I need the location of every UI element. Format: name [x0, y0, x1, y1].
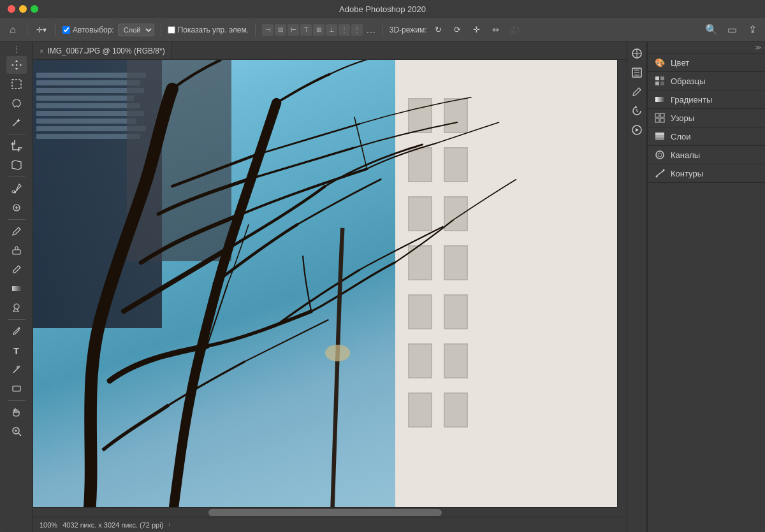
svg-point-27 [658, 153, 662, 157]
tab-filename: IMG_0067.JPG @ 100% (RGB/8*) [47, 47, 164, 55]
align-middle-icon[interactable]: ⊞ [313, 24, 324, 36]
brush-panel-icon[interactable] [629, 84, 645, 99]
svg-rect-25 [655, 133, 664, 135]
eyedropper-tool[interactable] [6, 180, 27, 198]
vertical-scrollbar[interactable] [617, 60, 627, 507]
align-left-icon[interactable]: ⊣ [262, 24, 273, 36]
threed-label: 3D-режим: [390, 25, 427, 34]
minimize-button[interactable] [19, 5, 27, 13]
align-center-h-icon[interactable]: ⊟ [275, 24, 286, 36]
svg-rect-8 [13, 386, 20, 391]
status-bar: 100% 4032 пикс. x 3024 пикс. (72 ppi) › [33, 517, 627, 532]
svg-rect-21 [655, 119, 659, 122]
threed-move-icon[interactable]: ✛ [469, 22, 484, 38]
document-tab[interactable]: × IMG_0067.JPG @ 100% (RGB/8*) [33, 42, 172, 59]
svg-rect-17 [660, 82, 664, 85]
dodge-tool[interactable] [6, 299, 27, 317]
swatches-panel-header[interactable]: Образцы [648, 72, 765, 90]
show-elements-label: Показать упр. элем. [178, 25, 249, 34]
threed-rotate-icon[interactable]: ↻ [431, 22, 446, 38]
mid-icon-strip [627, 42, 647, 532]
search-icon[interactable]: 🔍 [704, 22, 719, 38]
crop-tool[interactable] [6, 137, 27, 155]
svg-rect-14 [655, 76, 659, 80]
svg-rect-15 [660, 76, 664, 80]
hand-tool[interactable] [6, 403, 27, 421]
app-title: Adobe Photoshop 2020 [339, 4, 426, 14]
svg-point-26 [656, 151, 664, 159]
autoselect-dropdown[interactable]: Слой [118, 24, 154, 36]
show-elements-checkbox[interactable]: Показать упр. элем. [168, 25, 249, 34]
color-panel-icon[interactable] [629, 46, 645, 61]
scrollbar-thumb[interactable] [208, 509, 442, 516]
horizontal-scrollbar[interactable] [33, 507, 617, 517]
gradients-panel-label: Градиенты [671, 95, 712, 104]
gradient-tool[interactable] [6, 280, 27, 298]
gradients-panel-section: Градиенты [648, 90, 765, 109]
svg-rect-19 [655, 113, 659, 117]
tools-collapse-icon[interactable]: ⋮ [13, 45, 20, 54]
color-panel-icon-header: 🎨 [654, 57, 666, 68]
distribute-center-icon[interactable]: ⋮ [351, 24, 363, 36]
svg-rect-16 [655, 82, 659, 85]
layers-panel-label: Слои [671, 132, 691, 141]
svg-rect-22 [660, 119, 664, 122]
tool-sep-4 [8, 319, 26, 320]
share-icon[interactable]: ⇪ [745, 22, 760, 38]
marquee-tool[interactable] [6, 75, 27, 93]
swatches-panel-icon-header [654, 75, 666, 87]
arrange-icon[interactable]: ▭ [724, 22, 740, 38]
align-bottom-icon[interactable]: ⊥ [326, 24, 337, 36]
threed-tool-icon[interactable]: ⟳ [450, 22, 465, 38]
pen-tool[interactable] [6, 322, 27, 340]
text-tool-label: T [13, 345, 19, 356]
patterns-panel-header[interactable]: Узоры [648, 109, 765, 127]
history-panel-icon[interactable] [629, 103, 645, 119]
toolbar-sep-1 [27, 24, 27, 36]
channels-panel-label: Каналы [671, 150, 700, 160]
move-tool-icon[interactable]: ✛▾ [34, 22, 49, 38]
distribute-left-icon[interactable]: ⋮ [339, 24, 350, 36]
color-panel-header[interactable]: 🎨 Цвет [648, 54, 765, 71]
channels-panel-header[interactable]: Каналы [648, 146, 765, 164]
perspective-crop-tool[interactable] [6, 156, 27, 174]
eraser-tool[interactable] [6, 261, 27, 278]
brush-tool[interactable] [6, 222, 27, 240]
layers-panel-header[interactable]: Слои [648, 127, 765, 145]
canvas-scroll-area[interactable] [33, 60, 627, 517]
paths-panel-icon-header [654, 168, 666, 179]
magic-wand-tool[interactable] [6, 113, 27, 131]
align-top-icon[interactable]: ⊤ [300, 24, 312, 36]
stamp-tool[interactable] [6, 241, 27, 259]
paths-panel-header[interactable]: Контуры [648, 164, 765, 182]
threed-scale-icon[interactable]: ⇔ [488, 22, 504, 38]
collapse-icon: ≫ [755, 44, 761, 51]
shape-tool[interactable] [6, 380, 27, 398]
threed-camera-icon[interactable]: 🎥 [507, 22, 523, 38]
svg-rect-18 [655, 97, 664, 102]
text-tool[interactable]: T [6, 341, 27, 359]
gradients-panel-header[interactable]: Градиенты [648, 90, 765, 108]
align-right-icon[interactable]: ⊢ [288, 24, 299, 36]
zoom-tool[interactable] [6, 422, 27, 440]
lasso-tool[interactable] [6, 94, 27, 112]
branches-svg [33, 60, 617, 507]
tool-sep-3 [8, 219, 26, 220]
move-tool[interactable] [6, 56, 27, 74]
traffic-lights [8, 5, 38, 13]
home-icon[interactable]: ⌂ [5, 22, 20, 38]
right-collapse-bar[interactable]: ≫ [648, 42, 765, 54]
status-arrow-icon[interactable]: › [168, 521, 170, 528]
healing-brush-tool[interactable] [6, 199, 27, 217]
more-options-icon[interactable]: ... [367, 25, 376, 35]
path-select-tool[interactable] [6, 361, 27, 378]
adjustment-panel-icon[interactable] [629, 65, 645, 80]
autoselect-checkbox[interactable]: Автовыбор: [62, 25, 114, 34]
color-panel-label: Цвет [671, 58, 689, 68]
patterns-panel-section: Узоры [648, 109, 765, 127]
tab-close-icon[interactable]: × [40, 47, 43, 55]
svg-rect-5 [12, 286, 21, 291]
close-button[interactable] [8, 5, 15, 13]
actions-panel-icon[interactable] [629, 122, 645, 138]
maximize-button[interactable] [31, 5, 38, 13]
